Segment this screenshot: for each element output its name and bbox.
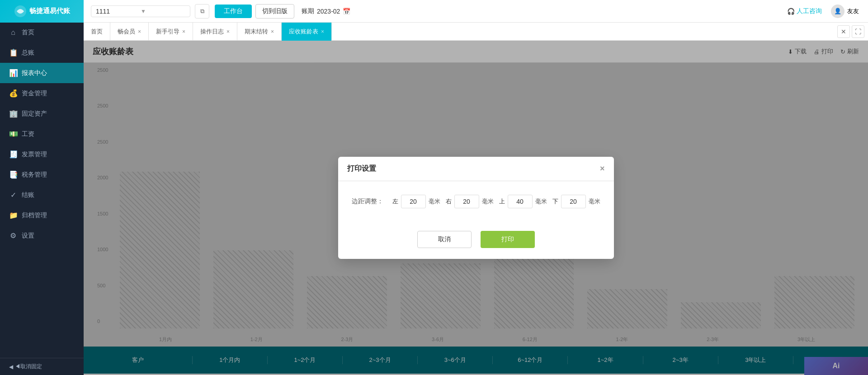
calendar-icon[interactable]: 📅 [343, 8, 350, 15]
company-name: 1111 [96, 8, 141, 15]
tab-period-end[interactable]: 期末结转 × [237, 23, 282, 41]
sidebar-label-assets: 固定资产 [22, 110, 47, 118]
sidebar-label-tax: 税务管理 [22, 171, 47, 179]
sidebar-item-reports[interactable]: 📊 报表中心 [0, 63, 84, 83]
home-icon: ⌂ [9, 28, 17, 37]
sidebar-item-home[interactable]: ⌂ 首页 [0, 23, 84, 42]
right-input[interactable] [454, 195, 479, 208]
sidebar-label-funds: 资金管理 [22, 89, 47, 98]
bottom-unit: 毫米 [589, 197, 600, 206]
settings-icon: ⚙ [9, 231, 17, 240]
sidebar-label-invoice: 发票管理 [22, 150, 47, 159]
modal-title: 打印设置 [347, 164, 376, 173]
tab-home-label: 首页 [91, 28, 103, 36]
sidebar-item-settings[interactable]: ⚙ 设置 [0, 225, 84, 246]
tab-guide-label: 新手引导 [156, 28, 179, 36]
modal-body: 边距调整： 左 毫米 右 毫米 [338, 181, 614, 226]
tab-controls: ✕ ⛶ [837, 25, 868, 38]
left-input[interactable] [401, 195, 426, 208]
sidebar-item-ledger[interactable]: 📋 总账 [0, 42, 84, 63]
sidebar-label-settings: 设置 [22, 232, 34, 240]
right-unit: 毫米 [482, 197, 494, 206]
print-settings-dialog: 打印设置 × 边距调整： 左 毫米 右 [338, 157, 614, 259]
settle-icon: ✓ [9, 191, 17, 199]
tab-aging-close[interactable]: × [321, 28, 324, 35]
tab-oplog[interactable]: 操作日志 × [193, 23, 237, 41]
tab-oplog-close[interactable]: × [226, 28, 230, 35]
tab-aging[interactable]: 应收账龄表 × [282, 23, 332, 41]
bottom-label: 下 [552, 197, 558, 206]
company-selector[interactable]: 1111 ▼ [91, 5, 190, 17]
sidebar-label-payroll: 工资 [22, 130, 34, 138]
reports-icon: 📊 [9, 69, 17, 77]
avatar: 👤 [831, 5, 844, 18]
cancel-button[interactable]: 取消 [417, 231, 472, 248]
archive-icon: 📁 [9, 211, 17, 220]
sidebar-item-archive[interactable]: 📁 归档管理 [0, 205, 84, 225]
tab-expand-button[interactable]: ⛶ [852, 25, 864, 38]
copy-button[interactable]: ⧉ [195, 4, 209, 19]
margin-label: 边距调整： [352, 197, 383, 206]
logo-text: 畅捷通易代账 [29, 7, 70, 15]
top-label: 上 [499, 197, 505, 206]
modal-header: 打印设置 × [338, 157, 614, 181]
collapse-label: ◀取消固定 [15, 363, 42, 370]
sidebar-item-funds[interactable]: 💰 资金管理 [0, 83, 84, 103]
user-label: 友友 [847, 7, 859, 15]
page-content: 应收账龄表 ⬇ 下载 🖨 打印 ↻ 刷新 [84, 41, 868, 375]
sidebar-item-settle[interactable]: ✓ 结账 [0, 185, 84, 205]
tax-icon: 📑 [9, 170, 17, 179]
margin-left-group: 左 毫米 [392, 195, 440, 208]
consult-label: 人工咨询 [797, 7, 822, 15]
sidebar-item-invoice[interactable]: 🧾 发票管理 [0, 144, 84, 164]
collapse-icon: ◀ [9, 364, 13, 370]
logo-icon [14, 5, 27, 18]
margin-top-group: 上 毫米 [499, 195, 547, 208]
period-value: 2023-02 [317, 8, 340, 15]
user-area[interactable]: 👤 友友 [831, 5, 859, 18]
tab-member-close[interactable]: × [138, 28, 141, 35]
period-info: 账期 2023-02 📅 [302, 7, 350, 15]
tab-guide-close[interactable]: × [182, 28, 185, 35]
user-icon: 👤 [834, 8, 841, 14]
modal-footer: 取消 打印 [338, 226, 614, 259]
tab-period-end-label: 期末结转 [245, 28, 268, 36]
margin-row: 边距调整： 左 毫米 右 毫米 [352, 195, 600, 208]
sidebar-label-home: 首页 [22, 28, 34, 37]
copy-icon: ⧉ [200, 8, 204, 15]
collapse-button[interactable]: ◀ ◀取消固定 [0, 358, 84, 375]
sidebar-item-tax[interactable]: 📑 税务管理 [0, 164, 84, 185]
sidebar-label-archive: 归档管理 [22, 211, 47, 220]
logo-area: 畅捷通易代账 [0, 0, 84, 23]
dropdown-arrow-icon: ▼ [141, 8, 185, 14]
tab-close-button[interactable]: ✕ [837, 25, 850, 38]
top-input[interactable] [508, 195, 533, 208]
bottom-input[interactable] [561, 195, 586, 208]
sidebar-label-settle: 结账 [22, 191, 34, 199]
confirm-print-button[interactable]: 打印 [481, 231, 535, 248]
modal-close-button[interactable]: × [600, 164, 605, 173]
sidebar-label-ledger: 总账 [22, 49, 34, 57]
headset-icon: 🎧 [787, 8, 795, 15]
payroll-icon: 💵 [9, 130, 17, 138]
tab-guide[interactable]: 新手引导 × [149, 23, 193, 41]
tab-home[interactable]: 首页 [84, 23, 110, 41]
tab-member[interactable]: 畅会员 × [110, 23, 149, 41]
tab-member-label: 畅会员 [118, 28, 135, 36]
sidebar-item-payroll[interactable]: 💵 工资 [0, 124, 84, 144]
left-label: 左 [392, 197, 398, 206]
tab-bar: 首页 畅会员 × 新手引导 × 操作日志 × 期末结转 × 应收账龄表 × [84, 23, 868, 41]
top-unit: 毫米 [535, 197, 547, 206]
left-unit: 毫米 [429, 197, 440, 206]
tab-aging-label: 应收账龄表 [289, 28, 318, 36]
workbench-button[interactable]: 工作台 [215, 5, 252, 18]
sidebar-item-assets[interactable]: 🏢 固定资产 [0, 103, 84, 124]
tab-period-end-close[interactable]: × [271, 28, 274, 35]
switch-version-button[interactable]: 切到旧版 [255, 4, 294, 19]
consult-button[interactable]: 🎧 人工咨询 [787, 7, 822, 15]
right-label: 右 [446, 197, 452, 206]
funds-icon: 💰 [9, 89, 17, 98]
period-label: 账期 [302, 7, 314, 15]
content-area: 首页 畅会员 × 新手引导 × 操作日志 × 期末结转 × 应收账龄表 × [84, 23, 868, 375]
tab-oplog-label: 操作日志 [200, 28, 224, 36]
